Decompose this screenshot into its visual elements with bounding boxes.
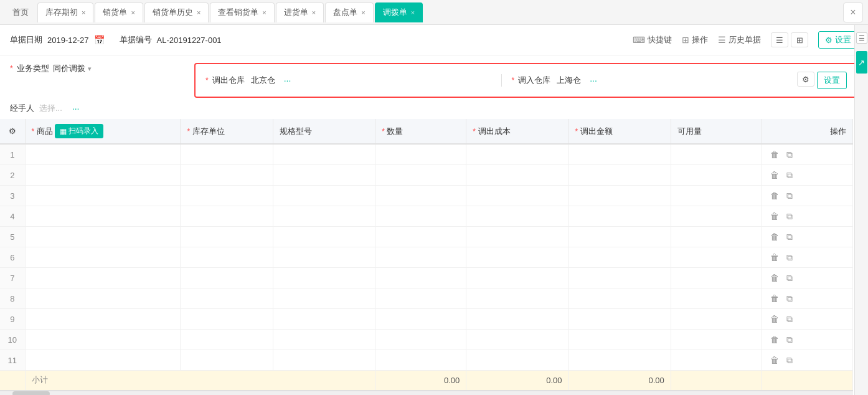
header-settings[interactable]: ⚙: [0, 119, 25, 144]
delete-icon-10[interactable]: 🗑: [768, 333, 781, 346]
cost-cell-10: [466, 330, 568, 350]
transfer-out-more-button[interactable]: ···: [284, 75, 291, 85]
tab-purchase-order[interactable]: 进货单 ×: [276, 2, 324, 22]
product-cell-2[interactable]: [25, 165, 181, 186]
tab-transfer-order-label: 调拨单: [383, 7, 407, 18]
copy-icon-4[interactable]: ⧉: [783, 210, 796, 222]
side-share-icon[interactable]: ↗: [856, 51, 867, 74]
tab-sales-order-close[interactable]: ×: [131, 9, 134, 16]
copy-icon-11[interactable]: ⧉: [783, 354, 796, 366]
product-cell-5[interactable]: [25, 227, 181, 247]
product-cell-9[interactable]: [25, 309, 181, 330]
available-cell-9: [671, 309, 762, 330]
tab-view-sales[interactable]: 查看销货单 ×: [210, 2, 274, 22]
copy-icon-6[interactable]: ⧉: [783, 251, 796, 264]
header-qty: * 数量: [375, 119, 466, 144]
form-section: * 业务类型 同价调拨 ▾ * 调出仓库 北京仓 ··· * 调入仓库 上海仓 …: [0, 55, 868, 98]
delete-icon-6[interactable]: 🗑: [768, 251, 781, 264]
copy-icon-8[interactable]: ⧉: [783, 292, 796, 305]
unit-cell-6: [181, 247, 273, 268]
delete-icon-11[interactable]: 🗑: [768, 354, 781, 366]
spec-cell-7: [273, 268, 375, 288]
tab-purchase-order-close[interactable]: ×: [312, 9, 316, 16]
history-button[interactable]: ☰ 历史单据: [718, 34, 761, 45]
product-cell-7[interactable]: [25, 268, 181, 288]
row-num-6: 6: [0, 247, 25, 268]
product-cell-1[interactable]: [25, 144, 181, 165]
delete-icon-4[interactable]: 🗑: [768, 210, 781, 222]
copy-icon-3[interactable]: ⧉: [783, 189, 796, 202]
op-cell-7: 🗑 ⧉: [762, 268, 852, 288]
tab-inventory-init[interactable]: 库存期初 ×: [37, 2, 93, 22]
product-cell-10[interactable]: [25, 330, 181, 350]
window-close-button[interactable]: ×: [843, 2, 863, 22]
horizontal-scrollbar[interactable]: [0, 391, 853, 396]
tab-sales-history[interactable]: 销货单历史 ×: [144, 2, 209, 22]
tab-inventory-check[interactable]: 盘点单 ×: [325, 2, 373, 22]
product-cell-6[interactable]: [25, 247, 181, 268]
subtotal-qty: 0.00: [375, 371, 466, 391]
transfer-out-field: * 调出仓库 北京仓 ···: [205, 75, 491, 86]
side-list-icon[interactable]: ☰: [856, 32, 867, 44]
shortcut-button[interactable]: ⌨ 快捷键: [633, 34, 672, 45]
operation-icon: ⊞: [682, 35, 689, 45]
product-cell-4[interactable]: [25, 206, 181, 227]
row-num-7: 7: [0, 268, 25, 288]
tab-inventory-check-close[interactable]: ×: [361, 9, 365, 16]
person-select[interactable]: 选择...: [39, 103, 62, 114]
table-row: 5 🗑 ⧉: [0, 227, 853, 247]
header-spec: 规格型号: [273, 119, 375, 144]
copy-icon-7[interactable]: ⧉: [783, 272, 796, 284]
product-cell-8[interactable]: [25, 288, 181, 309]
transfer-in-more-button[interactable]: ···: [590, 75, 597, 85]
scan-button[interactable]: ▦ 扫码录入: [55, 124, 103, 138]
qty-cell-6: [375, 247, 466, 268]
tab-transfer-order-close[interactable]: ×: [411, 9, 415, 16]
business-type-label: 业务类型: [17, 63, 49, 74]
product-cell-3[interactable]: [25, 186, 181, 206]
delete-icon-9[interactable]: 🗑: [768, 313, 781, 325]
settings-button[interactable]: ⚙ 设置: [818, 31, 858, 49]
delete-icon-3[interactable]: 🗑: [768, 189, 781, 202]
delete-icon-1[interactable]: 🗑: [768, 148, 781, 161]
person-row: 经手人 选择... ···: [0, 98, 868, 114]
product-cell-11[interactable]: [25, 350, 181, 371]
cost-cell-11: [466, 350, 568, 371]
person-more-button[interactable]: ···: [72, 103, 80, 113]
table-row: 7 🗑 ⧉: [0, 268, 853, 288]
delete-icon-8[interactable]: 🗑: [768, 292, 781, 305]
business-type-select[interactable]: 同价调拨 ▾: [53, 63, 92, 74]
row-num-8: 8: [0, 288, 25, 309]
spec-cell-5: [273, 227, 375, 247]
tab-view-sales-close[interactable]: ×: [262, 9, 266, 16]
delete-icon-2[interactable]: 🗑: [768, 169, 781, 181]
copy-icon-10[interactable]: ⧉: [783, 333, 796, 346]
warehouse-section: * 调出仓库 北京仓 ··· * 调入仓库 上海仓 ··· ⚙ 设置: [194, 63, 858, 98]
settings-text-button[interactable]: 设置: [817, 72, 847, 89]
copy-icon-1[interactable]: ⧉: [783, 148, 796, 161]
transfer-out-label: 调出仓库: [212, 75, 245, 86]
scrollbar-thumb[interactable]: [12, 391, 50, 396]
delete-icon-5[interactable]: 🗑: [768, 231, 781, 243]
copy-icon-9[interactable]: ⧉: [783, 313, 796, 325]
row-num-9: 9: [0, 309, 25, 330]
tab-home[interactable]: 首页: [5, 2, 36, 22]
delete-icon-7[interactable]: 🗑: [768, 272, 781, 284]
table-header-row: ⚙ * 商品 ▦ 扫码录入 * 库存单位: [0, 119, 853, 144]
calendar-icon[interactable]: 📅: [94, 35, 105, 45]
header-amount: * 调出金额: [568, 119, 671, 144]
unit-cell-5: [181, 227, 273, 247]
tab-sales-history-close[interactable]: ×: [197, 9, 200, 16]
operation-button[interactable]: ⊞ 操作: [682, 34, 708, 45]
grid-view-button[interactable]: ⊞: [791, 32, 808, 47]
list-view-icon: ☰: [776, 36, 783, 45]
copy-icon-5[interactable]: ⧉: [783, 231, 796, 243]
tab-inventory-init-close[interactable]: ×: [82, 9, 85, 16]
copy-icon-2[interactable]: ⧉: [783, 169, 796, 181]
list-view-button[interactable]: ☰: [771, 32, 788, 47]
tab-transfer-order[interactable]: 调拨单 ×: [375, 2, 423, 22]
settings-icon-button[interactable]: ⚙: [797, 72, 814, 87]
qty-cell-3: [375, 186, 466, 206]
tab-inventory-init-label: 库存期初: [45, 7, 78, 18]
tab-sales-order[interactable]: 销货单 ×: [95, 2, 143, 22]
